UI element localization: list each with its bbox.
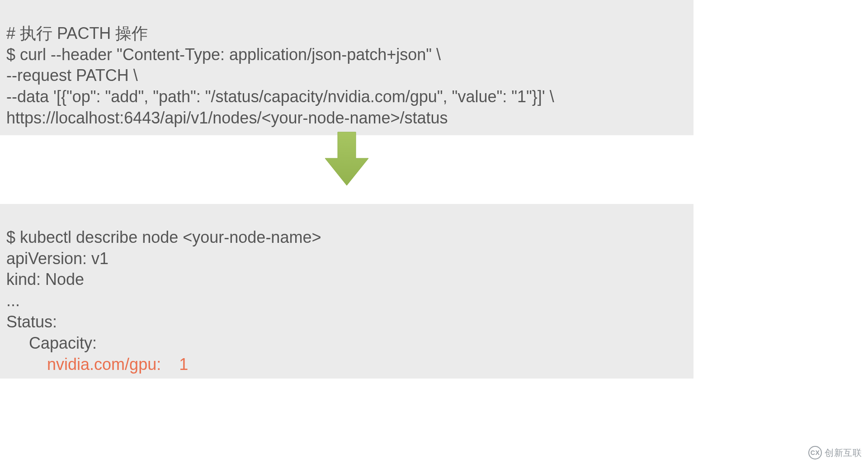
code-line: https://localhost:6443/api/v1/nodes/<you… (6, 109, 448, 127)
watermark-text: 创新互联 (825, 447, 862, 459)
code-line: Status: (6, 312, 57, 331)
code-line: --data '[{"op": "add", "path": "/status/… (6, 87, 554, 106)
code-line: # 执行 PACTH 操作 (6, 24, 148, 43)
code-line: kind: Node (6, 270, 84, 289)
code-line: ... (6, 291, 20, 310)
code-line: Capacity: (6, 334, 97, 352)
code-line: apiVersion: v1 (6, 249, 108, 268)
code-block-describe: $ kubectl describe node <your-node-name>… (0, 204, 693, 379)
watermark-logo-icon: CX (808, 446, 822, 459)
gpu-capacity-highlight: nvidia.com/gpu: 1 (47, 355, 188, 374)
code-block-patch: # 执行 PACTH 操作 $ curl --header "Content-T… (0, 0, 693, 135)
code-line: nvidia.com/gpu: 1 (6, 355, 188, 374)
code-line: $ kubectl describe node <your-node-name> (6, 228, 321, 246)
arrow-container (0, 127, 693, 192)
watermark: CX 创新互联 (808, 446, 862, 459)
code-line: --request PATCH \ (6, 66, 138, 85)
code-line: $ curl --header "Content-Type: applicati… (6, 45, 441, 64)
down-arrow-icon (320, 127, 374, 192)
